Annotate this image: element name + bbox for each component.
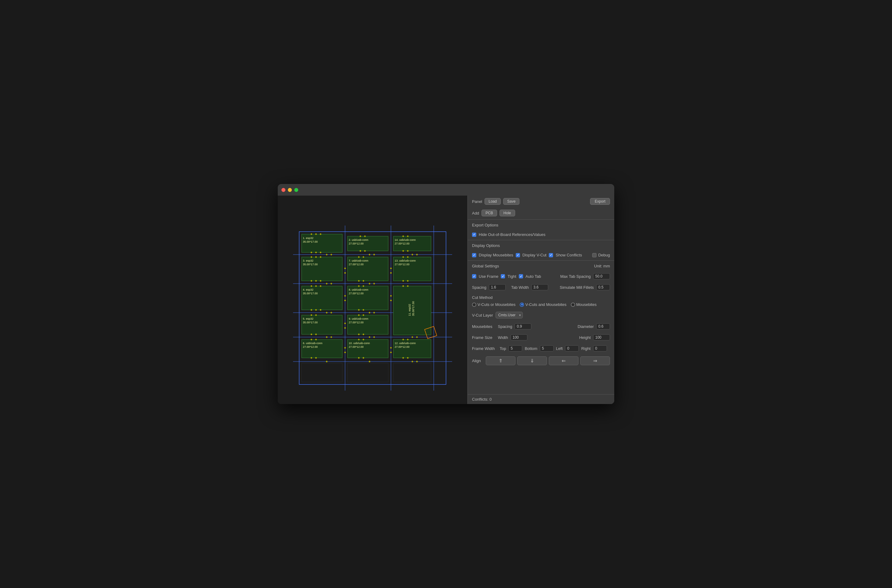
align-top-button[interactable]: ⇑ xyxy=(486,356,516,365)
svg-point-141 xyxy=(373,283,375,285)
svg-point-59 xyxy=(315,285,317,287)
svg-text:12. usb/usb-conn: 12. usb/usb-conn xyxy=(395,342,416,345)
pcb-canvas[interactable]: 1. esp32 35.00*17.00 2. usb/usb-conn 27.… xyxy=(293,225,452,391)
cut-method-radio-mousebites[interactable] xyxy=(571,303,575,307)
svg-point-97 xyxy=(315,357,317,359)
frame-size-height-input[interactable] xyxy=(593,334,610,340)
svg-point-75 xyxy=(407,285,409,287)
svg-point-129 xyxy=(326,254,328,255)
svg-text:35.00*17.00: 35.00*17.00 xyxy=(303,321,318,324)
align-right-button[interactable]: ⇒ xyxy=(580,356,610,365)
close-button[interactable] xyxy=(281,188,286,192)
display-options-section: Display Options xyxy=(468,241,614,250)
debug-checkbox[interactable] xyxy=(592,253,597,257)
svg-point-45 xyxy=(363,256,364,258)
maximize-button[interactable] xyxy=(294,188,298,192)
use-frame-checkbox[interactable] xyxy=(472,274,476,278)
svg-text:35.00*17.00: 35.00*17.00 xyxy=(303,263,318,266)
svg-point-118 xyxy=(344,300,346,302)
align-left-button[interactable]: ⇐ xyxy=(549,356,578,365)
use-frame-label: Use Frame xyxy=(479,274,498,279)
display-mousebites-checkbox[interactable] xyxy=(472,253,476,257)
vcut-layer-select[interactable]: Cmts.User Eco1.User Eco2.User xyxy=(496,312,523,318)
show-conflicts-label: Show Conflicts xyxy=(555,253,582,257)
hole-button[interactable]: Hole xyxy=(499,210,515,216)
svg-point-54 xyxy=(407,280,409,282)
load-button[interactable]: Load xyxy=(484,198,501,205)
content-area: 1. esp32 35.00*17.00 2. usb/usb-conn 27.… xyxy=(278,196,614,404)
svg-point-82 xyxy=(311,334,312,335)
svg-rect-112 xyxy=(302,363,342,382)
frame-width-left-label: Left xyxy=(556,346,563,351)
frame-width-bottom-input[interactable] xyxy=(540,345,554,351)
mousebites-diameter-input[interactable] xyxy=(596,323,610,330)
mousebites-only-label: Mousebites xyxy=(576,302,597,307)
show-conflicts-checkbox[interactable] xyxy=(549,253,553,257)
svg-text:27.00*12.00: 27.00*12.00 xyxy=(303,345,318,348)
svg-point-103 xyxy=(358,357,360,359)
max-tab-spacing-input[interactable] xyxy=(593,273,610,279)
svg-point-53 xyxy=(403,280,404,282)
svg-point-58 xyxy=(311,285,312,287)
svg-point-149 xyxy=(412,336,413,338)
svg-point-137 xyxy=(326,361,328,363)
panel-toolbar-row: Panel Load Save Export xyxy=(468,196,614,207)
svg-point-61 xyxy=(311,309,312,311)
cut-method-option-vcuts-and[interactable]: V-Cuts and Mousebites xyxy=(520,302,566,307)
tab-width-input[interactable] xyxy=(531,284,548,290)
cut-method-option-mousebites[interactable]: Mousebites xyxy=(571,302,597,307)
svg-text:7. usb/usb-conn: 7. usb/usb-conn xyxy=(349,259,368,262)
svg-point-67 xyxy=(358,285,360,287)
frame-width-top-input[interactable] xyxy=(508,345,522,351)
frame-size-width-input[interactable] xyxy=(510,334,527,340)
display-vcut-checkbox[interactable] xyxy=(516,253,520,257)
svg-point-128 xyxy=(390,352,392,353)
hide-ref-checkbox[interactable] xyxy=(472,232,476,237)
spacing-input[interactable] xyxy=(489,284,505,290)
svg-point-21 xyxy=(360,236,361,237)
svg-text:6. usb/usb-conn: 6. usb/usb-conn xyxy=(303,342,322,345)
frame-width-row: Frame Width Top Bottom Left Right xyxy=(468,343,614,354)
minimize-button[interactable] xyxy=(288,188,292,192)
frame-size-row: Frame Size Width Height xyxy=(468,332,614,343)
cut-method-radio-vcuts-and[interactable] xyxy=(520,303,524,307)
svg-point-60 xyxy=(320,285,322,287)
pcb-button[interactable]: PCB xyxy=(481,210,497,216)
svg-point-132 xyxy=(331,283,332,285)
svg-point-47 xyxy=(363,280,364,282)
cut-method-row: Cut Method V-Cuts or Mousebites V-Cuts a… xyxy=(468,293,614,309)
svg-point-44 xyxy=(358,256,360,258)
frame-width-left-input[interactable] xyxy=(565,345,579,351)
svg-point-138 xyxy=(369,254,370,255)
tight-checkbox[interactable] xyxy=(501,274,505,278)
svg-text:27.00*12.00: 27.00*12.00 xyxy=(395,242,409,245)
svg-point-123 xyxy=(390,268,392,269)
svg-point-88 xyxy=(363,315,364,316)
svg-point-63 xyxy=(320,309,322,311)
svg-text:35.00*17.00: 35.00*17.00 xyxy=(303,240,318,243)
export-button[interactable]: Export xyxy=(590,198,610,205)
svg-text:5. esp32: 5. esp32 xyxy=(303,317,314,320)
svg-point-117 xyxy=(344,295,346,297)
svg-point-120 xyxy=(344,327,346,329)
svg-point-143 xyxy=(373,312,375,314)
svg-text:11. esp32: 11. esp32 xyxy=(408,304,411,316)
svg-text:14. usb/usb-conn: 14. usb/usb-conn xyxy=(395,238,416,242)
cut-method-option-vcuts-or[interactable]: V-Cuts or Mousebites xyxy=(472,302,516,307)
frame-width-right-input[interactable] xyxy=(593,345,607,351)
svg-point-87 xyxy=(358,315,360,316)
svg-rect-113 xyxy=(347,363,388,382)
cut-method-radio-vcuts-or[interactable] xyxy=(472,303,476,307)
mousebites-spacing-input[interactable] xyxy=(514,323,531,330)
svg-point-46 xyxy=(358,280,360,282)
status-bar: Conflicts: 0 xyxy=(468,394,614,404)
display-vcut-label: Display V-Cut xyxy=(522,253,547,257)
align-bottom-button[interactable]: ⇓ xyxy=(517,356,547,365)
global-settings-section: Global Settings Unit: mm xyxy=(468,261,614,271)
auto-tab-checkbox[interactable] xyxy=(519,274,523,278)
simulate-mill-fillets-input[interactable] xyxy=(596,284,610,290)
svg-point-150 xyxy=(416,336,418,338)
add-label: Add xyxy=(472,211,479,216)
svg-point-144 xyxy=(369,336,370,338)
save-button[interactable]: Save xyxy=(503,198,519,205)
